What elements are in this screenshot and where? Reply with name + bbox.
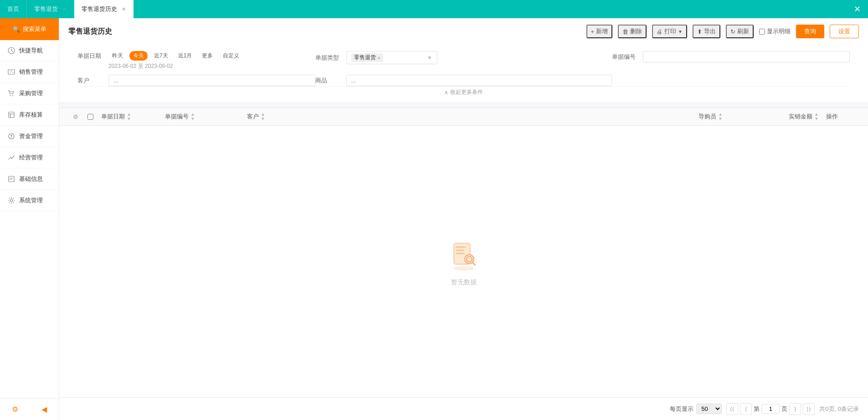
sidebar-item-inventory[interactable]: 库存核算 [0,104,59,126]
new-button[interactable]: + 新增 [586,25,613,38]
sidebar-item-purchase[interactable]: 采购管理 [0,83,59,104]
finance-icon [7,132,15,140]
customer-input[interactable] [108,75,315,86]
th-customer[interactable]: 客户 ▲▼ [243,112,695,121]
inventory-icon [7,111,15,119]
setting-button[interactable]: 设置 [830,25,859,38]
th-number[interactable]: 单据编号 ▲▼ [161,112,243,121]
svg-rect-6 [9,176,14,182]
svg-rect-1 [8,70,15,74]
date-btn-7days[interactable]: 近7天 [150,51,172,61]
type-tag: 零售退货 × [351,53,383,62]
quick-nav-icon [7,46,15,55]
sidebar-nav: 快捷导航 销售管理 采购管理 库存核算 [0,40,59,398]
filter-collapse-button[interactable]: ∧ 收起更多条件 [77,86,850,98]
filter-type: 单据类型 零售退货 × ▼ [315,51,612,64]
search-menu-button[interactable]: 🔍 搜索菜单 [0,18,59,40]
sidebar-item-quick-nav[interactable]: 快捷导航 [0,40,59,61]
sidebar-item-basic-info[interactable]: 基础信息 [0,169,59,190]
sidebar-item-system[interactable]: 系统管理 [0,190,59,211]
filter-goods: 商品 [315,75,612,86]
date-btn-yesterday[interactable]: 昨天 [108,51,127,61]
svg-rect-10 [456,246,466,248]
type-select[interactable]: 零售退货 × ▼ [346,51,437,64]
th-amount[interactable]: 实销金额 ▲▼ [768,112,822,121]
svg-rect-11 [456,250,464,251]
tab-retail-return[interactable]: 零售退货 ✕ [27,0,74,18]
voucher-label: 单据编号 [612,53,639,61]
page-title-bar: 零售退货历史 + 新增 🗑 删除 🖨 打印 ▼ [68,25,859,38]
filter-voucher: 单据编号 [612,51,850,62]
per-page-select[interactable]: 10 20 50 100 [696,404,722,414]
date-btn-today[interactable]: 今天 [129,51,148,61]
top-bar-right: ✕ [854,4,868,14]
sidebar-item-operations[interactable]: 经营管理 [0,147,59,169]
page-actions: + 新增 🗑 删除 🖨 打印 ▼ ⬆ 导出 [586,25,859,38]
print-button[interactable]: 🖨 打印 ▼ [652,25,687,38]
tab-retail-return-history[interactable]: 零售退货历史 ✕ [74,0,134,18]
svg-point-7 [10,200,13,202]
filter-row-2: 客户 商品 [77,75,850,86]
svg-rect-12 [456,253,465,254]
date-label: 单据日期 [77,52,105,60]
filter-area: 单据日期 昨天 今天 近7天 近1月 更多 自定义 2023-06- [68,45,859,102]
table-area: ⚙ 单据日期 ▲▼ 单据编号 ▲▼ 客户 ▲▼ 导购员 [59,108,868,397]
table-settings-icon[interactable]: ⚙ [68,113,83,120]
page-last-button[interactable]: ⟩⟩ [803,403,815,415]
print-icon: 🖨 [657,28,663,35]
page-title: 零售退货历史 [68,27,112,36]
svg-point-3 [12,95,13,96]
tab-home[interactable]: 首页 [0,0,27,18]
svg-rect-4 [9,112,14,118]
voucher-input[interactable] [643,51,850,62]
page-next-button[interactable]: ⟩ [789,403,801,415]
sales-icon [7,68,15,76]
page-number-input[interactable] [761,404,780,414]
query-button[interactable]: 查询 [796,25,824,38]
refresh-icon: ↻ [730,28,735,35]
sidebar-settings-button[interactable]: ⚙ [12,405,18,414]
type-tag-close[interactable]: × [378,55,380,61]
pagination: 每页显示 10 20 50 100 ⟨⟨ ⟨ 第 页 ⟩ ⟩⟩ 共0页, 0条记… [59,397,868,420]
sidebar-bottom: ⚙ ◀ [0,398,59,420]
export-icon: ⬆ [697,28,702,35]
customer-label: 客户 [77,77,105,85]
show-detail-checkbox-label[interactable]: 显示明细 [759,27,791,36]
filter-row-1: 单据日期 昨天 今天 近7天 近1月 更多 自定义 2023-06- [77,51,850,70]
export-button[interactable]: ⬆ 导出 [693,25,720,38]
th-guide[interactable]: 导购员 ▲▼ [695,112,768,121]
date-btn-custom[interactable]: 自定义 [219,51,243,61]
table-select-all[interactable] [83,114,98,120]
empty-illustration [446,236,482,273]
select-all-checkbox[interactable] [87,114,93,120]
plus-icon: + [591,28,595,35]
delete-button[interactable]: 🗑 删除 [618,25,647,38]
date-btn-more[interactable]: 更多 [198,51,216,61]
sidebar: 🔍 搜索菜单 快捷导航 销售管理 采购管理 [0,18,59,420]
refresh-button[interactable]: ↻ 刷新 [726,25,754,38]
tab-retail-return-history-close[interactable]: ✕ [122,6,126,12]
sidebar-item-sales[interactable]: 销售管理 [0,61,59,83]
date-btn-1month[interactable]: 近1月 [175,51,196,61]
purchase-icon [7,89,15,97]
operations-icon [7,154,15,162]
show-detail-checkbox[interactable] [759,29,765,35]
svg-line-15 [473,262,475,265]
sort-date-icon: ▲▼ [127,112,131,121]
window-close-button[interactable]: ✕ [854,5,861,14]
page-prev-button[interactable]: ⟨ [740,403,752,415]
page-header: 零售退货历史 + 新增 🗑 删除 🖨 打印 ▼ [59,18,868,103]
sidebar-item-finance[interactable]: 资金管理 [0,126,59,147]
th-date[interactable]: 单据日期 ▲▼ [98,112,161,121]
filter-date: 单据日期 昨天 今天 近7天 近1月 更多 自定义 2023-06- [77,51,315,70]
svg-point-8 [454,266,474,271]
tab-retail-return-close[interactable]: ✕ [62,6,67,12]
collapse-icon: ∧ [444,89,448,96]
sidebar-collapse-button[interactable]: ◀ [41,405,47,414]
goods-input[interactable] [346,75,612,86]
type-select-chevron: ▼ [427,55,432,61]
date-range-display: 2023-06-02 至 2023-06-02 [108,63,173,69]
basic-info-icon [7,175,15,183]
page-first-button[interactable]: ⟨⟨ [726,403,738,415]
sort-customer-icon: ▲▼ [261,112,265,121]
